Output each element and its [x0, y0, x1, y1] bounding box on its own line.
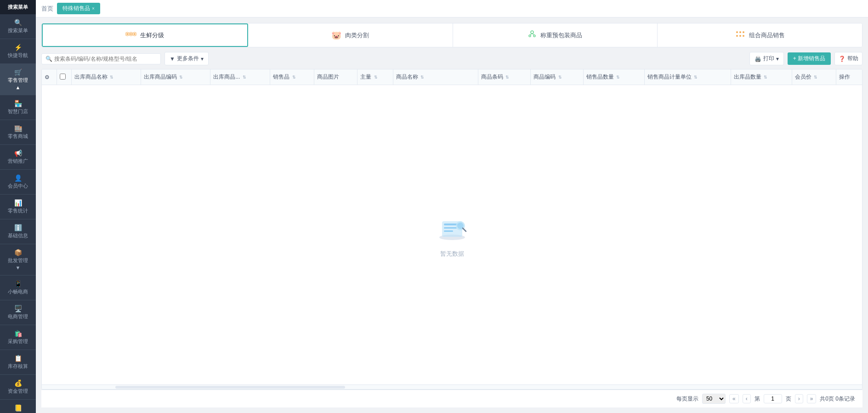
- smart-store-icon: 🏪: [14, 100, 22, 107]
- next-page-button[interactable]: ›: [795, 394, 803, 403]
- sidebar-item-label: 零售统计: [8, 207, 28, 214]
- sidebar-item-ecom-mgmt[interactable]: 🖥️ 电商管理: [0, 300, 36, 325]
- sidebar-item-label: 零售管理: [8, 77, 28, 84]
- checkbox-col-header[interactable]: [57, 69, 71, 85]
- filter-icon: ▼: [170, 56, 175, 62]
- purchase-mgmt-icon: 🛍️: [14, 330, 22, 337]
- sidebar-item-label: 智慧门店: [8, 108, 28, 115]
- col-sales-product: 销售品 ⇅: [270, 69, 314, 85]
- help-button[interactable]: ❓ 帮助: [834, 52, 862, 65]
- sort-icon[interactable]: ⇅: [243, 75, 246, 80]
- sidebar-item-label: 资金管理: [8, 388, 28, 395]
- col-out-product-spec: 出库商品... ⇅: [210, 69, 270, 85]
- sort-icon[interactable]: ⇅: [616, 75, 620, 80]
- filter-chevron-icon: ▾: [201, 56, 204, 62]
- horizontal-scrollbar[interactable]: [42, 384, 862, 389]
- sort-icon[interactable]: ⇅: [374, 75, 378, 80]
- svg-point-16: [743, 35, 744, 37]
- svg-point-14: [736, 35, 738, 37]
- col-barcode: 商品条码 ⇅: [478, 69, 531, 85]
- sidebar-item-label: 零售商城: [8, 133, 28, 140]
- search-menu-icon: 🔍: [14, 19, 22, 26]
- sidebar-item-basic-info[interactable]: ℹ️ 基础信息: [0, 219, 36, 244]
- page-input[interactable]: [764, 394, 782, 403]
- settings-col-header[interactable]: ⚙: [42, 69, 57, 85]
- per-page-select[interactable]: 50 10 20 100: [702, 394, 726, 404]
- marketing-icon: 📢: [14, 149, 22, 157]
- first-page-button[interactable]: «: [729, 394, 739, 403]
- tab-fresh-grade[interactable]: 生鲜分级: [42, 23, 248, 47]
- combo-sales-icon: [735, 30, 745, 40]
- col-product-image: 商品图片: [314, 69, 357, 85]
- sort-icon[interactable]: ⇅: [292, 75, 296, 80]
- sidebar-item-inventory[interactable]: 📋 库存核算: [0, 350, 36, 375]
- filter-button[interactable]: ▼ 更多条件 ▾: [165, 52, 209, 65]
- retail-stats-icon: 📊: [14, 199, 22, 206]
- select-all-checkbox[interactable]: [60, 74, 66, 80]
- home-link[interactable]: 首页: [41, 5, 53, 13]
- general-ledger-icon: 📒: [14, 404, 22, 412]
- last-page-button[interactable]: »: [807, 394, 817, 403]
- sidebar-item-label: 快捷导航: [8, 52, 28, 59]
- sidebar-item-mini-ecom[interactable]: 📱 小畅电商: [0, 275, 36, 300]
- print-button[interactable]: 🖨️ 打印 ▾: [749, 52, 784, 65]
- search-input[interactable]: [54, 56, 157, 62]
- sidebar-item-retail-mall[interactable]: 🏬 零售商城: [0, 120, 36, 145]
- sidebar-item-search-menu[interactable]: 🔍 搜索菜单: [0, 14, 36, 39]
- page-label: 第: [755, 395, 760, 403]
- sidebar-logo[interactable]: 搜索菜单: [0, 0, 36, 14]
- sidebar-item-purchase-mgmt[interactable]: 🛍️ 采购管理: [0, 325, 36, 350]
- sort-icon[interactable]: ⇅: [694, 75, 698, 80]
- sort-icon[interactable]: ⇅: [814, 75, 817, 80]
- sort-icon[interactable]: ⇅: [110, 75, 113, 80]
- tab-meat-cut[interactable]: 🐷 肉类分割: [248, 23, 453, 47]
- svg-line-10: [532, 34, 534, 35]
- sidebar-item-marketing[interactable]: 📢 营销推广: [0, 145, 36, 170]
- svg-rect-20: [444, 227, 457, 229]
- sidebar-item-retail-mgmt[interactable]: 🛒 零售管理 ▲: [0, 64, 36, 95]
- tab-combo-sales[interactable]: 组合商品销售: [658, 23, 862, 47]
- sidebar-item-quick-nav[interactable]: ⚡ 快捷导航: [0, 39, 36, 64]
- inventory-icon: 📋: [14, 355, 22, 362]
- sidebar-item-general-ledger[interactable]: 📒 总账管理: [0, 400, 36, 413]
- settings-icon[interactable]: ⚙: [45, 74, 50, 80]
- sort-icon[interactable]: ⇅: [764, 75, 767, 80]
- add-button[interactable]: + 新增销售品: [788, 52, 831, 65]
- search-box[interactable]: 🔍: [41, 53, 161, 64]
- sort-icon[interactable]: ⇅: [179, 75, 183, 80]
- svg-point-12: [739, 31, 741, 33]
- svg-point-7: [529, 35, 531, 37]
- col-member-price: 会员价 ⇅: [792, 69, 836, 85]
- sidebar-item-label: 小畅电商: [8, 288, 28, 295]
- col-sales-qty: 销售品数量 ⇅: [583, 69, 644, 85]
- sidebar-item-wholesale-mgmt[interactable]: 📦 批发管理 ▼: [0, 244, 36, 275]
- sort-icon[interactable]: ⇅: [505, 75, 509, 80]
- quick-nav-icon: ⚡: [14, 44, 22, 51]
- sidebar-item-capital-mgmt[interactable]: 💰 资金管理: [0, 375, 36, 400]
- members-icon: 👤: [14, 174, 22, 182]
- meat-cut-icon: 🐷: [331, 30, 341, 40]
- scroll-track[interactable]: [115, 386, 345, 389]
- sidebar-item-smart-store[interactable]: 🏪 智慧门店: [0, 95, 36, 120]
- toolbar-left: 🔍 ▼ 更多条件 ▾: [41, 52, 209, 65]
- svg-point-15: [739, 35, 741, 37]
- sort-icon[interactable]: ⇅: [558, 75, 562, 80]
- sidebar: 搜索菜单 🔍 搜索菜单 ⚡ 快捷导航 🛒 零售管理 ▲ 🏪 智慧门店 🏬 零售商…: [0, 0, 36, 413]
- sidebar-item-label: 基础信息: [8, 232, 28, 239]
- prev-page-button[interactable]: ‹: [743, 394, 751, 403]
- sidebar-item-label: 会员中心: [8, 183, 28, 189]
- help-label: 帮助: [847, 55, 858, 63]
- sidebar-item-retail-stats[interactable]: 📊 零售统计: [0, 195, 36, 219]
- col-weight: 主量 ⇅: [357, 69, 393, 85]
- svg-point-2: [134, 33, 136, 35]
- col-out-product-name: 出库商品名称 ⇅: [71, 69, 141, 85]
- sort-icon[interactable]: ⇅: [420, 75, 424, 80]
- current-tab[interactable]: 特殊销售品 ×: [57, 3, 100, 14]
- tab-close-icon[interactable]: ×: [92, 6, 95, 11]
- tab-weight-packed[interactable]: 称重预包装商品: [453, 23, 658, 47]
- sidebar-item-members[interactable]: 👤 会员中心: [0, 170, 36, 195]
- mini-ecom-icon: 📱: [14, 280, 22, 287]
- retail-mall-icon: 🏬: [14, 125, 22, 132]
- svg-line-24: [463, 228, 466, 231]
- empty-state: 暂无数据: [42, 85, 862, 384]
